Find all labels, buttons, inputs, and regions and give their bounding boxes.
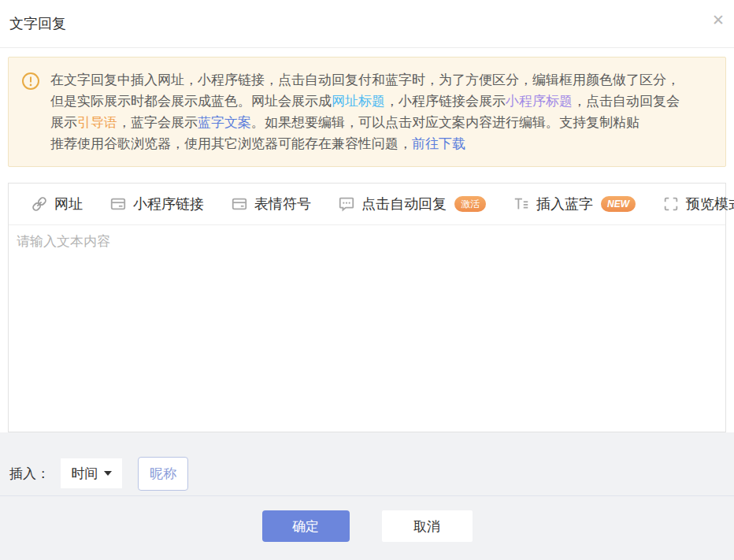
notice-text: 在文字回复中插入网址，小程序链接，点击自动回复付和蓝字时，为了方便区分，编辑框用… <box>50 69 684 154</box>
download-link[interactable]: 前往下载 <box>412 136 465 151</box>
notice-text-segment: 推荐使用谷歌浏览器，使用其它浏览器可能存在兼容性问题， <box>50 136 412 151</box>
reply-editor: 网址 小程序链接 <box>8 183 726 432</box>
dialog-bottom: 插入： 时间 昵称 确定 取消 <box>0 432 734 560</box>
time-dropdown[interactable]: 时间 <box>61 458 122 488</box>
preview-frame-icon <box>662 195 680 213</box>
url-button[interactable]: 网址 <box>31 195 83 213</box>
url-title-token: 网址标题 <box>332 94 385 109</box>
miniprogram-title-token: 小程序标题 <box>506 94 573 109</box>
insert-blue-text-label: 插入蓝字 <box>536 195 593 213</box>
page-title: 文字回复 <box>9 14 66 33</box>
activated-badge: 激活 <box>454 196 486 212</box>
url-button-label: 网址 <box>54 195 83 213</box>
insert-blue-text-button[interactable]: 插入蓝字 NEW <box>513 195 636 213</box>
cancel-button[interactable]: 取消 <box>382 510 473 542</box>
notice-text-segment: ，蓝字会展示 <box>117 115 198 130</box>
auto-reply-button[interactable]: 点击自动回复 激活 <box>338 195 486 213</box>
warning-circle-icon <box>21 72 40 154</box>
notice-text-segment: ，小程序链接会展示 <box>385 94 506 109</box>
confirm-button[interactable]: 确定 <box>262 510 350 542</box>
notice-text-segment: 。如果想要编辑，可以点击对应文案内容进行编辑。支持复制粘贴 <box>251 115 639 130</box>
miniprogram-link-button[interactable]: 小程序链接 <box>109 195 204 213</box>
dialog-header: 文字回复 ✕ <box>0 0 734 48</box>
nickname-button[interactable]: 昵称 <box>138 457 188 491</box>
blue-text-token: 蓝字文案 <box>198 115 251 130</box>
new-badge: NEW <box>601 196 636 212</box>
insert-bar: 插入： 时间 昵称 <box>0 432 734 491</box>
guide-text-token: 引导语 <box>77 115 117 130</box>
close-icon[interactable]: ✕ <box>710 9 726 31</box>
miniprogram-link-label: 小程序链接 <box>133 195 204 213</box>
text-lines-icon <box>513 195 530 213</box>
notice-banner: 在文字回复中插入网址，小程序链接，点击自动回复付和蓝字时，为了方便区分，编辑框用… <box>8 57 726 167</box>
dialog-footer: 确定 取消 <box>0 495 734 542</box>
reply-text-input[interactable] <box>9 225 725 432</box>
auto-reply-label: 点击自动回复 <box>361 195 447 213</box>
dialog-content: 在文字回复中插入网址，小程序链接，点击自动回复付和蓝字时，为了方便区分，编辑框用… <box>0 48 734 432</box>
miniprogram-card-icon <box>109 195 127 213</box>
link-icon <box>31 195 48 213</box>
editor-toolbar: 网址 小程序链接 <box>9 184 725 225</box>
text-reply-dialog: 文字回复 ✕ 在文字回复中插入网址，小程序链接，点击自动回复付和蓝字时，为了方便… <box>0 0 734 560</box>
emoji-button[interactable]: 表情符号 <box>231 195 311 213</box>
chat-bubble-icon <box>338 195 355 213</box>
chevron-down-icon <box>104 471 112 476</box>
insert-label: 插入： <box>9 465 50 483</box>
time-dropdown-value: 时间 <box>72 465 98 483</box>
emoji-button-label: 表情符号 <box>254 195 311 213</box>
preview-mode-button[interactable]: 预览模式 <box>662 195 734 213</box>
emoji-icon <box>231 195 248 213</box>
preview-mode-label: 预览模式 <box>686 195 734 213</box>
